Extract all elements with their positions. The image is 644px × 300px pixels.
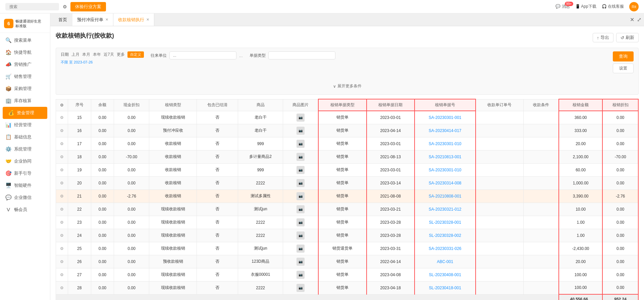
cell-settings[interactable]: ⚙	[56, 163, 68, 176]
cancel-bill-no-link[interactable]: SA-20230301-010	[429, 168, 461, 172]
cell-cash-discount: 0.00	[114, 163, 149, 176]
tab-close-all-icon[interactable]: ✕	[630, 16, 634, 23]
cell-num: 22	[68, 203, 91, 216]
cancel-bill-no-link[interactable]: SL-20230418-001	[429, 286, 461, 290]
cell-settings[interactable]: ⚙	[56, 137, 68, 150]
query-button[interactable]: 查询	[613, 51, 634, 61]
user-avatar[interactable]: Rit	[629, 2, 639, 11]
cell-cash-discount: -2.76	[114, 189, 149, 203]
cancel-bill-no-link[interactable]: ABC-001	[437, 259, 453, 264]
sidebar-item-marketing[interactable]: 📣 营销推广	[0, 58, 50, 71]
from-unit-input[interactable]	[169, 51, 236, 59]
cell-settings[interactable]: ⚙	[56, 268, 68, 281]
col-header-settings[interactable]: ⚙	[56, 99, 68, 111]
date-more[interactable]: 更多	[117, 52, 125, 57]
cancel-bill-no-link[interactable]: SL-20230328-001	[429, 220, 461, 225]
cell-settings[interactable]: ⚙	[56, 189, 68, 203]
cell-receipt-condition	[523, 111, 559, 124]
cell-cancel-amount: 1,000.00	[559, 176, 602, 189]
table-row: ⚙ 16 0.00 0.00 预付冲应收 否 老白干 📷 销货单 2023-04…	[56, 124, 639, 137]
sidebar-item-search[interactable]: 🔍 搜索菜单	[0, 34, 50, 46]
cell-settings[interactable]: ⚙	[56, 203, 68, 216]
sidebar-item-sales[interactable]: 🛒 销售管理	[0, 71, 50, 83]
cell-num: 24	[68, 229, 91, 242]
export-button[interactable]: ↑ 导出	[593, 33, 614, 42]
cancel-bill-no-link[interactable]: SL-20230328-002	[429, 233, 461, 238]
cell-cash-discount: 0.00	[114, 203, 149, 216]
date-this-month[interactable]: 本月	[82, 52, 90, 57]
search-input[interactable]	[5, 3, 59, 10]
cell-cancel-type: 现续收款核销	[149, 216, 197, 229]
cancel-bill-no-link[interactable]: SA-20230301-010	[429, 141, 461, 146]
settings-button[interactable]: 设置	[613, 63, 634, 73]
sidebar-item-business[interactable]: 📊 经营管理	[0, 119, 50, 131]
sidebar-item-wechat[interactable]: 💬 企业微信	[0, 191, 50, 204]
cell-cancel-bill-no: SA-20230414-017	[415, 124, 476, 137]
sidebar-item-basic-info[interactable]: 📋 基础信息	[0, 131, 50, 143]
tab-home[interactable]: 首页	[53, 14, 72, 26]
date-this-year[interactable]: 本年	[93, 52, 101, 57]
sidebar-item-enterprise[interactable]: 🤝 企业协同	[0, 155, 50, 167]
date-prev-month[interactable]: 上月	[71, 52, 79, 57]
sidebar-item-inventory[interactable]: 🏢 库存核算	[0, 95, 50, 107]
cell-cancel-bill-date: 2023-04-08	[367, 268, 415, 281]
tab-receivable-close[interactable]: ✕	[146, 17, 149, 22]
tab-prepay-close[interactable]: ✕	[105, 17, 108, 22]
cell-cancel-amount: 1.00	[559, 229, 602, 242]
cell-settings[interactable]: ⚙	[56, 111, 68, 124]
tab-receivable[interactable]: 收款核销执行 ✕	[113, 13, 154, 26]
basic-info-icon: 📋	[5, 134, 11, 140]
cell-cancel-bill-no: SA-20230331-026	[415, 242, 476, 255]
sidebar-item-member[interactable]: V 畅会员	[0, 204, 50, 216]
cell-settings[interactable]: ⚙	[56, 281, 68, 294]
online-service[interactable]: 🎧 在线客服	[602, 4, 624, 9]
cell-cancel-discount: 0.00	[602, 242, 638, 255]
cancel-bill-no-link[interactable]: SA-20230331-026	[429, 246, 461, 251]
date-7days[interactable]: 近7天	[104, 52, 114, 57]
cell-settings[interactable]: ⚙	[56, 242, 68, 255]
cell-product: 999	[238, 137, 283, 150]
sidebar-item-finance[interactable]: 💰 资金管理	[3, 107, 47, 119]
tab-maximize-icon[interactable]: ⤢	[637, 16, 641, 23]
cancel-bill-no-link[interactable]: SA-20230321-012	[429, 207, 461, 212]
expand-conditions-button[interactable]: ∨ 展开更多条件	[331, 81, 364, 91]
cancel-bill-no-link[interactable]: SA-20230314-008	[429, 181, 461, 185]
cell-num: 20	[68, 176, 91, 189]
cell-settings[interactable]: ⚙	[56, 124, 68, 137]
cell-include-settled: 否	[197, 255, 238, 268]
cell-cancel-discount: -2.76	[602, 189, 638, 203]
cell-settings[interactable]: ⚙	[56, 255, 68, 268]
tab-prepay[interactable]: 预付冲应付单 ✕	[72, 13, 113, 26]
cancel-bill-no-link[interactable]: SA-20230414-017	[429, 128, 461, 133]
industry-button[interactable]: 休验行业方案	[70, 2, 106, 11]
cell-settings[interactable]: ⚙	[56, 216, 68, 229]
app-download[interactable]: 📱 App下载	[575, 4, 596, 9]
filter-bar: 日期 上月 本月 本年 近7天 更多 自定义 不限 至 2023-07-26 往…	[56, 48, 639, 95]
date-custom-button[interactable]: 自定义	[127, 51, 144, 58]
cancel-bill-no-link[interactable]: SA-20230301-001	[429, 115, 461, 120]
cell-cash-discount: 0.00	[114, 216, 149, 229]
page-actions: ↑ 导出 ↺ 刷新	[593, 33, 639, 42]
cell-settings[interactable]: ⚙	[56, 150, 68, 163]
cell-cancel-type: 现续收款核销	[149, 229, 197, 242]
logo-text: 畅捷通谐好生意 标准版	[15, 19, 41, 29]
more-icon[interactable]: ...	[239, 53, 243, 58]
single-type-select[interactable]	[268, 51, 335, 59]
sidebar-item-purchase[interactable]: 📦 采购管理	[0, 83, 50, 95]
sidebar-item-hardware[interactable]: 🖥️ 智能硬件	[0, 179, 50, 191]
cell-cancel-bill-type: 销货单	[318, 255, 366, 268]
cancel-bill-no-link[interactable]: SL-20230408-001	[429, 272, 461, 277]
cell-receipt-order-no	[476, 150, 523, 163]
cell-cash-discount: 0.00	[114, 137, 149, 150]
message-icon[interactable]: 💬 消息 99+	[555, 4, 570, 9]
cell-settings[interactable]: ⚙	[56, 176, 68, 189]
cancel-bill-no-link[interactable]: SA-20210808-001	[429, 194, 461, 199]
sidebar-item-system[interactable]: ⚙️ 系统管理	[0, 143, 50, 155]
cell-receipt-order-no	[476, 281, 523, 294]
sidebar-item-quick-nav[interactable]: 🏠 快捷导航	[0, 46, 50, 58]
cell-settings[interactable]: ⚙	[56, 229, 68, 242]
refresh-button[interactable]: ↺ 刷新	[616, 33, 639, 42]
sidebar-item-guide[interactable]: 🎯 新手引导	[0, 167, 50, 179]
cancel-bill-no-link[interactable]: SA-20210813-001	[429, 155, 461, 159]
settings-icon[interactable]: ⚙	[62, 4, 68, 10]
